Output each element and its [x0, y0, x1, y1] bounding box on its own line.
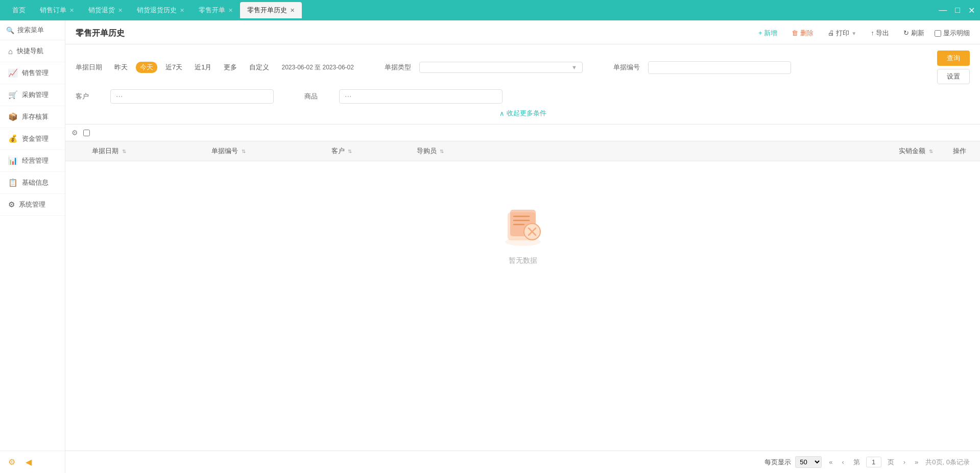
sidebar-search[interactable]: 🔍 搜索菜单	[0, 20, 65, 40]
sort-amount-icon: ⇅	[929, 148, 933, 154]
sidebar-item-sales-mgmt[interactable]: 📈 销售管理	[0, 62, 65, 84]
close-tab-sales-return-history[interactable]: ✕	[180, 7, 184, 14]
show-detail-toggle[interactable]: 显示明细	[935, 29, 970, 38]
date-opt-today[interactable]: 今天	[136, 62, 157, 73]
export-button[interactable]: ↑ 导出	[867, 27, 893, 40]
minimize-btn[interactable]: —	[939, 6, 947, 15]
inventory-icon: 📦	[8, 112, 18, 121]
empty-text: 暂无数据	[509, 256, 537, 265]
col-header-no[interactable]: 单据编号 ⇅	[205, 141, 325, 161]
sidebar-item-inventory[interactable]: 📦 库存核算	[0, 106, 65, 128]
last-page-btn[interactable]: »	[912, 457, 921, 467]
customer-select[interactable]: ···	[110, 89, 274, 104]
sort-customer-icon: ⇅	[348, 148, 352, 154]
delete-button[interactable]: 🗑 删除	[787, 27, 818, 40]
refresh-button[interactable]: ↻ 刷新	[899, 27, 928, 40]
filter-area: 单据日期 昨天 今天 近7天 近1月 更多 自定义 2023-06-02 至 2…	[65, 44, 980, 125]
sidebar-item-finance[interactable]: 💰 资金管理	[0, 128, 65, 150]
empty-state: 暂无数据	[65, 161, 980, 306]
header-actions: + 新增 🗑 删除 🖨 打印 ▼ ↑ 导出 ↻ 刷新 显示明细	[754, 27, 970, 40]
date-range-display: 2023-06-02 至 2023-06-02	[281, 63, 353, 72]
first-page-btn[interactable]: «	[826, 457, 835, 467]
window-controls: — □ ✕	[939, 6, 975, 15]
col-header-actions: 操作	[939, 141, 980, 161]
page-title: 零售开单历史	[76, 28, 125, 39]
sort-salesperson-icon: ⇅	[440, 148, 444, 154]
bill-no-input[interactable]	[648, 61, 791, 74]
filter-row-1: 单据日期 昨天 今天 近7天 近1月 更多 自定义 2023-06-02 至 2…	[76, 51, 970, 84]
date-opt-custom[interactable]: 自定义	[245, 62, 273, 73]
goods-select[interactable]: ···	[339, 89, 503, 104]
pagination: 每页显示 50 10 20 100 « ‹ 第 1 页 › » 共0页, 0条记…	[65, 451, 980, 473]
close-tab-sales-return[interactable]: ✕	[118, 7, 123, 14]
add-button[interactable]: + 新增	[754, 27, 781, 40]
table-toolbar: ⚙	[65, 125, 980, 141]
tab-home[interactable]: 首页	[5, 2, 33, 18]
sidebar-bottom: ⚙ ◀	[0, 451, 65, 473]
page-label: 页	[885, 457, 897, 468]
sidebar-collapse-icon[interactable]: ◀	[26, 457, 32, 467]
close-tab-retail-open-history[interactable]: ✕	[290, 7, 295, 14]
bill-type-arrow-icon: ▼	[571, 64, 577, 70]
col-header-date[interactable]: 单据日期 ⇅	[86, 141, 205, 161]
customer-label: 客户	[76, 92, 106, 101]
page-navigation: « ‹ 第 1 页 › »	[826, 457, 921, 468]
filter-row-2: 客户 ··· 商品 ···	[76, 89, 970, 104]
date-opt-more[interactable]: 更多	[220, 62, 241, 73]
query-button[interactable]: 查询	[937, 51, 970, 66]
sort-no-icon: ⇅	[242, 148, 246, 154]
table-area: ⚙ 单据日期 ⇅ 单据编号 ⇅	[65, 125, 980, 451]
setting-button[interactable]: 设置	[937, 69, 970, 84]
sales-icon: 📈	[8, 68, 18, 78]
date-label: 单据日期	[76, 63, 106, 72]
col-header-customer[interactable]: 客户 ⇅	[325, 141, 411, 161]
main-layout: 🔍 搜索菜单 ⌂ 快捷导航 📈 销售管理 🛒 采购管理 📦 库存核算 💰 资金管…	[0, 20, 980, 473]
date-opt-last-month[interactable]: 近1月	[190, 62, 216, 73]
tab-sales-return[interactable]: 销货退货 ✕	[81, 2, 130, 18]
per-page-select[interactable]: 50 10 20 100	[795, 456, 822, 468]
date-opt-last7[interactable]: 近7天	[161, 62, 186, 73]
per-page-label: 每页显示	[764, 458, 791, 467]
tab-retail-open-history[interactable]: 零售开单历史 ✕	[240, 2, 302, 18]
content-area: 零售开单历史 + 新增 🗑 删除 🖨 打印 ▼ ↑ 导出 ↻ 刷新	[65, 20, 980, 473]
total-info: 共0页, 0条记录	[925, 458, 970, 467]
col-header-amount[interactable]: 实销金额 ⇅	[820, 141, 939, 161]
bill-type-label: 单据类型	[385, 63, 415, 72]
close-tab-retail-open[interactable]: ✕	[228, 7, 233, 14]
ops-icon: 📊	[8, 156, 18, 165]
home-icon: ⌂	[8, 47, 13, 56]
sidebar-item-sys-mgmt[interactable]: ⚙ 系统管理	[0, 194, 65, 216]
col-header-salesperson[interactable]: 导购员 ⇅	[411, 141, 513, 161]
page-of-label: 第	[850, 457, 863, 468]
maximize-btn[interactable]: □	[955, 6, 960, 15]
next-page-btn[interactable]: ›	[900, 457, 909, 467]
show-detail-checkbox[interactable]	[935, 30, 941, 37]
col-header-spacer	[513, 141, 820, 161]
close-tab-sales-order[interactable]: ✕	[69, 7, 74, 14]
data-table: 单据日期 ⇅ 单据编号 ⇅ 客户 ⇅ 导购员 ⇅	[65, 141, 980, 161]
table-settings-icon[interactable]: ⚙	[71, 129, 78, 137]
select-all-checkbox[interactable]	[83, 130, 90, 136]
bill-type-select[interactable]: ▼	[419, 62, 583, 73]
prev-page-btn[interactable]: ‹	[839, 457, 847, 467]
close-btn[interactable]: ✕	[968, 6, 975, 15]
col-header-check	[65, 141, 86, 161]
date-opt-yesterday[interactable]: 昨天	[110, 62, 132, 73]
sidebar-settings-icon[interactable]: ⚙	[8, 457, 15, 467]
collapse-filter-btn[interactable]: ∧ 收起更多条件	[76, 109, 970, 118]
finance-icon: 💰	[8, 134, 18, 143]
tab-sales-return-history[interactable]: 销货退货历史 ✕	[130, 2, 192, 18]
purchase-icon: 🛒	[8, 90, 18, 99]
current-page-input[interactable]: 1	[866, 457, 881, 467]
tab-retail-open[interactable]: 零售开单 ✕	[192, 2, 240, 18]
search-icon: 🔍	[6, 27, 14, 34]
tab-sales-order[interactable]: 销售订单 ✕	[33, 2, 81, 18]
sidebar-item-quick-nav[interactable]: ⌂ 快捷导航	[0, 40, 65, 62]
print-button[interactable]: 🖨 打印 ▼	[824, 27, 861, 40]
print-dropdown-icon[interactable]: ▼	[851, 31, 856, 36]
tab-bar: 首页 销售订单 ✕ 销货退货 ✕ 销货退货历史 ✕ 零售开单 ✕ 零售开单历史 …	[0, 0, 980, 20]
sidebar-item-purchase-mgmt[interactable]: 🛒 采购管理	[0, 84, 65, 106]
sidebar-item-ops-mgmt[interactable]: 📊 经营管理	[0, 150, 65, 172]
page-header: 零售开单历史 + 新增 🗑 删除 🖨 打印 ▼ ↑ 导出 ↻ 刷新	[65, 20, 980, 44]
sidebar-item-basic-info[interactable]: 📋 基础信息	[0, 172, 65, 194]
